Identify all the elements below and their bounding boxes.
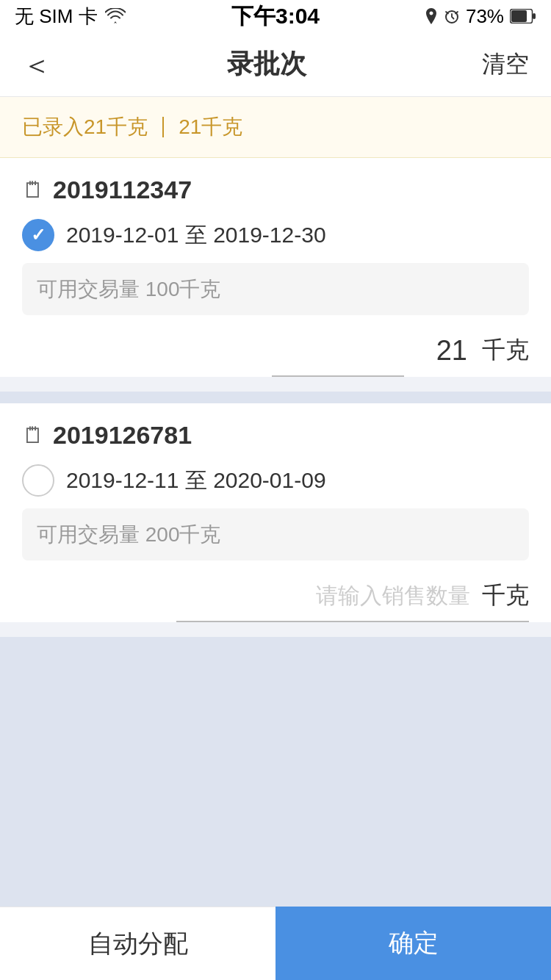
batch-2-separator	[176, 621, 529, 622]
batch-2-input-row: 请输入销售数量 千克	[0, 572, 551, 616]
batch-2-avail: 可用交易量 200千克	[22, 508, 529, 561]
batch-1-quantity-value: 21	[436, 335, 467, 367]
batch-2-id: 2019126781	[53, 421, 192, 450]
status-bar: 无 SIM 卡 下午3:04 73%	[0, 0, 551, 32]
status-left: 无 SIM 卡	[15, 4, 126, 29]
bottom-bar: 自动分配 确定	[0, 907, 551, 980]
card-divider	[0, 392, 551, 403]
batch-2-avail-text: 可用交易量 200千克	[37, 523, 221, 546]
status-time: 下午3:04	[231, 1, 320, 32]
battery-label: 73%	[466, 5, 504, 28]
batch-1-separator	[272, 375, 404, 377]
batch-1-icon: 🗒	[22, 178, 44, 203]
batch-2-unit: 千克	[482, 580, 529, 612]
batch-2-quantity-placeholder: 请输入销售数量	[22, 581, 470, 611]
confirm-button[interactable]: 确定	[276, 907, 551, 980]
banner-divider	[162, 117, 164, 137]
batch-1-date: 2019-12-01 至 2019-12-30	[66, 220, 326, 251]
recorded-label: 已录入21千克	[22, 113, 148, 141]
status-right: 73%	[425, 5, 536, 28]
batch-1-quantity-row: 21 千克	[0, 327, 551, 371]
batch-2-icon: 🗒	[22, 423, 44, 448]
wifi-icon	[105, 8, 126, 24]
batch-2-header: 🗒 2019126781	[0, 403, 551, 458]
batch-1-row[interactable]: 2019-12-01 至 2019-12-30	[0, 213, 551, 260]
back-button[interactable]: ＜	[22, 50, 51, 79]
batch-1-radio[interactable]	[22, 219, 54, 251]
recorded-value: 21千克	[179, 113, 242, 141]
batch-2-radio[interactable]	[22, 464, 54, 497]
clear-button[interactable]: 清空	[482, 48, 529, 81]
batch-1-header: 🗒 2019112347	[0, 158, 551, 213]
auto-distribute-button[interactable]: 自动分配	[0, 907, 276, 980]
battery-icon	[510, 9, 536, 24]
info-banner: 已录入21千克 21千克	[0, 97, 551, 158]
carrier-label: 无 SIM 卡	[15, 4, 98, 29]
batch-2-row[interactable]: 2019-12-11 至 2020-01-09	[0, 458, 551, 505]
svg-rect-2	[533, 13, 536, 19]
svg-rect-3	[511, 10, 527, 22]
page-title: 录批次	[227, 46, 306, 82]
batch-card-2: 🗒 2019126781 2019-12-11 至 2020-01-09 可用交…	[0, 403, 551, 622]
batch-card-1: 🗒 2019112347 2019-12-01 至 2019-12-30 可用交…	[0, 158, 551, 377]
alarm-icon	[444, 8, 460, 24]
batch-1-avail-text: 可用交易量 100千克	[37, 278, 221, 300]
location-icon	[425, 8, 438, 24]
batch-1-id: 2019112347	[53, 176, 192, 204]
batch-1-avail: 可用交易量 100千克	[22, 263, 529, 315]
batch-1-unit: 千克	[482, 334, 529, 367]
batch-2-date: 2019-12-11 至 2020-01-09	[66, 466, 326, 496]
nav-bar: ＜ 录批次 清空	[0, 32, 551, 97]
